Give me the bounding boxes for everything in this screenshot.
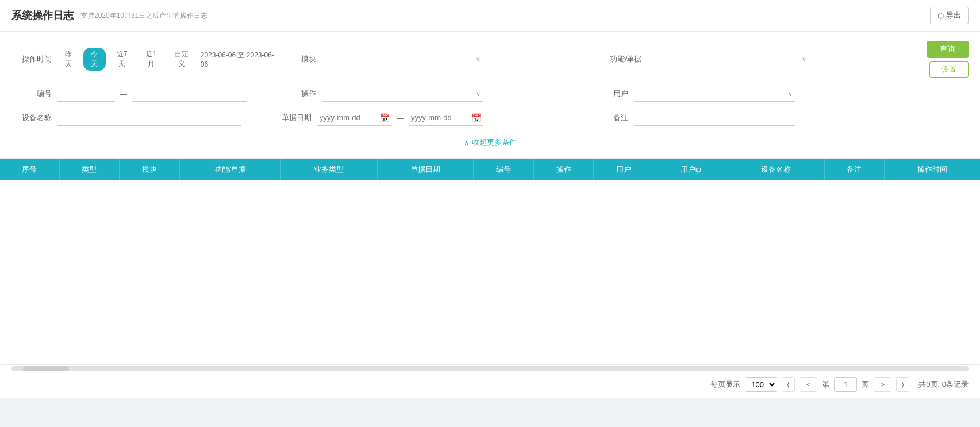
date-start-input[interactable]	[317, 110, 392, 126]
col-document-date: 单据日期	[377, 159, 474, 180]
export-label: 导出	[946, 10, 961, 21]
table-empty-area	[0, 180, 980, 364]
user-select-wrapper: ∨	[634, 86, 795, 102]
number-end-input[interactable]	[132, 86, 247, 102]
module-select-wrapper: ∨	[322, 51, 483, 67]
filter-row-3: 设备名称 单据日期 📅 — 📅 备注	[11, 110, 969, 126]
user-label: 用户	[588, 89, 634, 99]
operation-select[interactable]	[322, 86, 483, 102]
col-number-val: 编号	[474, 159, 533, 180]
module-select[interactable]	[322, 51, 483, 67]
page-label: 第	[822, 379, 829, 390]
table-header: 序号 类型 模块 功能/单据 业务类型 单据日期 编号 操作 用户 用户ip 设…	[0, 159, 980, 180]
col-user-ip: 用户ip	[654, 159, 728, 180]
prev-page-button[interactable]: ＜	[800, 377, 817, 392]
filter-row-2: 编号 — 操作 ∨ 用户 ∨	[11, 86, 969, 102]
first-page-button[interactable]: ⟨	[782, 377, 795, 392]
number-dash: —	[120, 90, 127, 98]
module-filter: 模块 ∨	[276, 51, 602, 67]
export-button[interactable]: ⬡ 导出	[930, 7, 969, 24]
yesterday-btn[interactable]: 昨天	[57, 48, 80, 71]
remark-filter: 备注	[588, 110, 900, 126]
number-label: 编号	[11, 89, 57, 99]
title-area: 系统操作日志 支持2020年10月31日之后产生的操作日志	[11, 9, 207, 22]
export-icon: ⬡	[937, 11, 944, 20]
collapse-bar[interactable]: ∧ 收起更多条件	[11, 134, 969, 153]
function-select-wrapper: ∨	[648, 51, 809, 67]
col-module: 模块	[120, 159, 179, 180]
per-page-select[interactable]: 100 50 200	[745, 377, 777, 392]
number-start-input[interactable]	[57, 86, 115, 102]
table-section: 序号 类型 模块 功能/单据 业务类型 单据日期 编号 操作 用户 用户ip 设…	[0, 159, 980, 364]
table-header-row: 序号 类型 模块 功能/单据 业务类型 单据日期 编号 操作 用户 用户ip 设…	[0, 159, 980, 180]
filter-row-1: 操作时间 昨天 今天 近7天 近1月 自定义 2023-06-06 至 2023…	[11, 41, 969, 78]
module-label: 模块	[276, 54, 322, 64]
page-title: 系统操作日志	[11, 9, 74, 22]
function-select[interactable]	[648, 51, 809, 67]
number-filter: 编号 —	[11, 86, 276, 102]
remark-label: 备注	[588, 113, 634, 123]
number-range-group: —	[57, 86, 276, 102]
collapse-label: 收起更多条件	[472, 137, 517, 148]
col-operation: 操作	[533, 159, 593, 180]
device-input[interactable]	[57, 110, 241, 126]
col-device: 设备名称	[728, 159, 824, 180]
custom-btn[interactable]: 自定义	[167, 48, 195, 71]
operation-select-wrapper: ∨	[322, 86, 483, 102]
per-page-label: 每页显示	[710, 379, 740, 390]
data-table: 序号 类型 模块 功能/单据 业务类型 单据日期 编号 操作 用户 用户ip 设…	[0, 159, 980, 180]
operation-time-filter: 操作时间 昨天 今天 近7天 近1月 自定义 2023-06-06 至 2023…	[11, 48, 276, 71]
total-text: 共0页, 0条记录	[918, 379, 969, 390]
scrollbar-track	[11, 366, 969, 371]
date-dash: —	[397, 114, 404, 122]
operation-filter: 操作 ∨	[276, 86, 588, 102]
next-page-button[interactable]: ＞	[874, 377, 891, 392]
filter-panel: 操作时间 昨天 今天 近7天 近1月 自定义 2023-06-06 至 2023…	[0, 32, 980, 159]
collapse-icon: ∧	[464, 139, 470, 147]
page-suffix: 页	[862, 379, 869, 390]
operation-label: 操作	[276, 89, 322, 99]
pagination-bar: 每页显示 100 50 200 ⟨ ＜ 第 页 ＞ ⟩ 共0页, 0条记录	[0, 371, 980, 398]
horizontal-scrollbar[interactable]	[0, 364, 980, 371]
page-subtitle: 支持2020年10月31日之后产生的操作日志	[80, 11, 207, 21]
col-business-type: 业务类型	[281, 159, 378, 180]
today-btn[interactable]: 今天	[83, 48, 106, 71]
settings-button[interactable]: 设置	[929, 61, 969, 78]
query-button[interactable]: 查询	[927, 41, 969, 58]
date-end-wrapper: 📅	[409, 110, 483, 126]
col-user: 用户	[594, 159, 654, 180]
function-label: 功能/单据	[602, 54, 648, 64]
date-end-input[interactable]	[409, 110, 483, 126]
time-range-text: 2023-06-06 至 2023-06-06	[201, 51, 276, 68]
col-number: 序号	[0, 159, 59, 180]
time-shortcuts: 昨天 今天 近7天 近1月 自定义	[57, 48, 196, 71]
col-type: 类型	[59, 159, 119, 180]
page-header: 系统操作日志 支持2020年10月31日之后产生的操作日志 ⬡ 导出	[0, 0, 980, 32]
time-shortcuts-group: 昨天 今天 近7天 近1月 自定义 2023-06-06 至 2023-06-0…	[57, 48, 276, 71]
device-filter: 设备名称	[11, 110, 276, 126]
action-buttons: 查询 设置	[927, 41, 969, 78]
date-start-wrapper: 📅	[317, 110, 392, 126]
page-number-input[interactable]	[834, 377, 857, 392]
1month-btn[interactable]: 近1月	[139, 48, 164, 71]
document-date-filter: 单据日期 📅 — 📅	[276, 110, 588, 126]
col-operation-time: 操作时间	[884, 159, 980, 180]
device-label: 设备名称	[11, 113, 57, 123]
scrollbar-thumb[interactable]	[23, 366, 69, 371]
function-filter: 功能/单据 ∨	[602, 51, 928, 67]
user-filter: 用户 ∨	[588, 86, 900, 102]
operation-time-label: 操作时间	[11, 54, 57, 64]
last-page-button[interactable]: ⟩	[896, 377, 909, 392]
document-date-label: 单据日期	[276, 113, 317, 123]
col-remark: 备注	[824, 159, 884, 180]
user-select[interactable]	[634, 86, 795, 102]
7days-btn[interactable]: 近7天	[109, 48, 135, 71]
remark-input[interactable]	[634, 110, 795, 126]
col-function: 功能/单据	[179, 159, 280, 180]
